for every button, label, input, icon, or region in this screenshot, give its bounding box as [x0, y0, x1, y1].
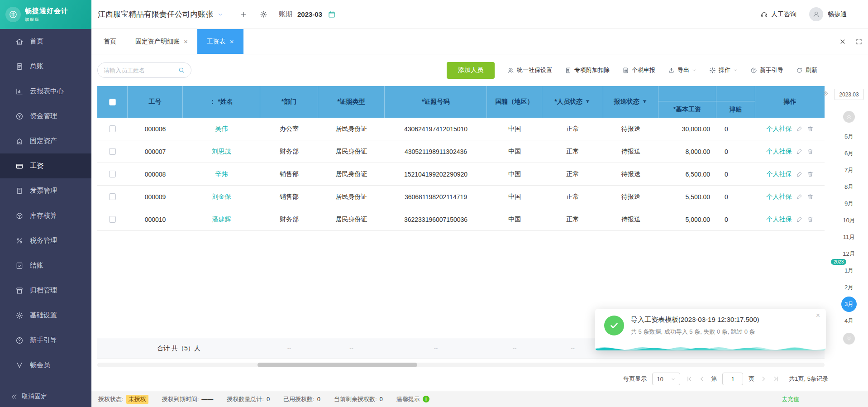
- sidebar-item-salary[interactable]: 工资: [0, 153, 91, 178]
- table-row[interactable]: 000007 刘思茂 财务部 居民身份证 430521198911302436 …: [97, 140, 825, 163]
- edit-icon[interactable]: [796, 148, 803, 155]
- expand-panel-icon[interactable]: [822, 90, 829, 97]
- tab-salary-sheet[interactable]: 工资表: [197, 29, 243, 54]
- month-item[interactable]: 5月: [830, 128, 868, 145]
- employee-name-link[interactable]: 吴伟: [215, 125, 228, 133]
- add-icon[interactable]: [240, 10, 248, 18]
- select-all-checkbox[interactable]: [109, 99, 116, 105]
- employee-name-link[interactable]: 潘建辉: [212, 215, 231, 224]
- month-item[interactable]: 10月: [830, 212, 868, 229]
- tab-home[interactable]: 首页: [94, 29, 126, 54]
- filter-icon[interactable]: [642, 99, 648, 105]
- add-person-button[interactable]: 添加人员: [447, 62, 495, 79]
- close-tab-icon[interactable]: [184, 38, 188, 45]
- last-page-icon[interactable]: [773, 375, 780, 383]
- close-icon[interactable]: [816, 312, 820, 319]
- month-item[interactable]: 4月: [830, 312, 868, 329]
- personal-social-security-link[interactable]: 个人社保: [767, 193, 792, 201]
- delete-icon[interactable]: [807, 193, 814, 200]
- edit-icon[interactable]: [796, 171, 803, 177]
- next-page-icon[interactable]: [760, 375, 767, 383]
- prev-page-icon[interactable]: [698, 375, 706, 383]
- row-checkbox[interactable]: [109, 193, 116, 200]
- edit-icon[interactable]: [796, 125, 803, 132]
- sidebar-item-archive[interactable]: 归档管理: [0, 278, 91, 303]
- info-icon[interactable]: [423, 396, 429, 402]
- row-checkbox[interactable]: [109, 148, 116, 155]
- sidebar-item-tax[interactable]: 税务管理: [0, 228, 91, 253]
- sort-icon[interactable]: [210, 99, 215, 105]
- sidebar-item-settings[interactable]: 基础设置: [0, 303, 91, 328]
- unpin-sidebar-button[interactable]: 取消固定: [0, 386, 91, 407]
- row-checkbox[interactable]: [109, 125, 116, 132]
- horizontal-scrollbar[interactable]: [97, 363, 825, 367]
- gear-icon[interactable]: [260, 10, 267, 18]
- refresh-button[interactable]: 刷新: [796, 66, 817, 74]
- delete-icon[interactable]: [807, 171, 814, 177]
- month-item[interactable]: 8月: [830, 178, 868, 195]
- edit-icon[interactable]: [796, 193, 803, 200]
- row-checkbox[interactable]: [109, 216, 116, 223]
- recharge-link[interactable]: 去充值: [782, 395, 799, 403]
- social-security-settings-button[interactable]: 统一社保设置: [507, 66, 552, 74]
- table-row[interactable]: 000008 辛炜 销售部 居民身份证 152104199202290920 中…: [97, 163, 825, 186]
- tab-fixed-asset-ledger[interactable]: 固定资产明细账: [126, 29, 197, 54]
- row-checkbox[interactable]: [109, 171, 116, 177]
- operations-button[interactable]: 操作: [709, 66, 738, 74]
- employee-name-link[interactable]: 刘金保: [212, 193, 231, 201]
- company-selector[interactable]: 江西服宝精品有限责任公司内账张: [98, 9, 224, 19]
- sidebar-item-invoice[interactable]: 发票管理: [0, 178, 91, 203]
- sidebar-item-home[interactable]: 首页: [0, 29, 91, 54]
- sidebar-item-member[interactable]: 畅会员: [0, 353, 91, 378]
- month-item[interactable]: 6月: [830, 145, 868, 162]
- month-item[interactable]: 2月: [830, 279, 868, 296]
- search-input[interactable]: [104, 67, 174, 74]
- employee-name-link[interactable]: 刘思茂: [212, 148, 231, 156]
- personal-social-security-link[interactable]: 个人社保: [767, 170, 792, 178]
- table-row[interactable]: 000006 吴伟 办公室 居民身份证 430624197412015010 中…: [97, 118, 825, 140]
- special-deduction-button[interactable]: 专项附加扣除: [565, 66, 610, 74]
- fullscreen-icon[interactable]: [855, 38, 863, 45]
- avatar[interactable]: [809, 7, 823, 21]
- scroll-down-button[interactable]: [843, 333, 855, 345]
- delete-icon[interactable]: [807, 148, 814, 155]
- guide-button[interactable]: 新手引导: [750, 66, 783, 74]
- sidebar-item-inventory[interactable]: 库存核算: [0, 203, 91, 228]
- sidebar-item-funds[interactable]: 资金管理: [0, 104, 91, 129]
- col-name[interactable]: *姓名: [183, 86, 260, 118]
- sidebar-item-closing[interactable]: 结账: [0, 253, 91, 278]
- export-button[interactable]: 导出: [668, 66, 696, 74]
- month-item[interactable]: 9月: [830, 195, 868, 212]
- sidebar-item-guide[interactable]: 新手引导: [0, 328, 91, 353]
- period-value[interactable]: 2023-03: [297, 10, 322, 18]
- personal-social-security-link[interactable]: 个人社保: [767, 125, 792, 133]
- calendar-icon[interactable]: [328, 10, 336, 19]
- close-tab-icon[interactable]: [230, 38, 234, 45]
- ledger-icon: [15, 62, 24, 71]
- personal-social-security-link[interactable]: 个人社保: [767, 148, 792, 156]
- month-item[interactable]: 7月: [830, 162, 868, 178]
- employee-name-link[interactable]: 辛炜: [215, 170, 228, 178]
- per-page-select[interactable]: 10: [652, 373, 680, 385]
- sidebar-item-fixed-assets[interactable]: 固定资产: [0, 129, 91, 153]
- sidebar-item-general-ledger[interactable]: 总账: [0, 54, 91, 79]
- search-icon[interactable]: [178, 67, 185, 74]
- personal-social-security-link[interactable]: 个人社保: [767, 215, 792, 224]
- consult-button[interactable]: 人工咨询: [760, 10, 796, 19]
- table-row[interactable]: 000009 刘金保 销售部 居民身份证 360681198202114719 …: [97, 186, 825, 208]
- month-item[interactable]: 11月: [830, 229, 868, 245]
- scroll-up-button[interactable]: [843, 111, 855, 123]
- scrollbar-thumb[interactable]: [258, 363, 418, 367]
- sidebar-item-report-center[interactable]: 云报表中心: [0, 79, 91, 104]
- filter-icon[interactable]: [585, 99, 591, 105]
- delete-icon[interactable]: [807, 125, 814, 132]
- page-input[interactable]: [722, 373, 743, 385]
- edit-icon[interactable]: [796, 216, 803, 223]
- delete-icon[interactable]: [807, 216, 814, 223]
- table-row[interactable]: 000010 潘建辉 财务部 居民身份证 362233196007150036 …: [97, 208, 825, 231]
- close-icon[interactable]: [839, 38, 846, 45]
- user-name[interactable]: 畅捷通: [828, 10, 847, 19]
- month-item[interactable]: 3月: [830, 296, 868, 312]
- tax-filing-button[interactable]: 个税申报: [622, 66, 655, 74]
- first-page-icon[interactable]: [686, 375, 693, 383]
